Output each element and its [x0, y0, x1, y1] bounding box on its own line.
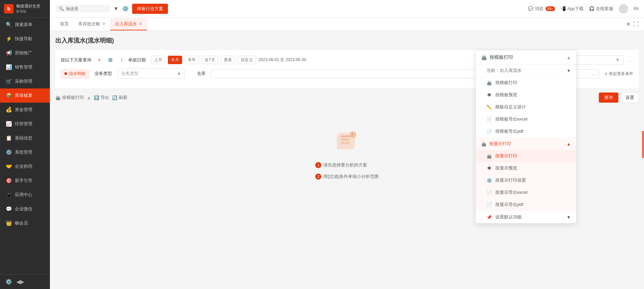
- display-preview-icon: 👁️: [487, 165, 492, 171]
- dropdown-footer-settings[interactable]: 📌 设置默认功能 ▼: [476, 211, 576, 223]
- dropdown-item-display-pdf[interactable]: 📄 按显示导出pdf: [476, 199, 576, 211]
- operations-icon: 📈: [5, 121, 12, 127]
- template-design-icon: ✏️: [487, 104, 492, 110]
- refresh-icon: 🔄: [112, 95, 117, 100]
- topbar-actions: 💬 消息 99+ 📲 App下载 🎧 在线客服 Rit: [528, 4, 639, 14]
- filter-tag-dot: [64, 72, 67, 75]
- bottom-collapse-icon[interactable]: ◀▶: [16, 279, 24, 285]
- sidebar-item-inventory[interactable]: 📦 库存核算: [0, 88, 50, 103]
- dropdown-header: 🖨️ 按模板打印 ▲: [476, 50, 576, 65]
- app-download-button[interactable]: 📲 App下载: [560, 6, 584, 12]
- sidebar-item-wechat[interactable]: 💬 企业微信: [0, 202, 50, 216]
- trial-button[interactable]: 体验行业方案: [132, 4, 168, 14]
- user-name: Rit: [634, 6, 639, 11]
- dropdown-item-template-print[interactable]: 🖨️ 按模板打印: [476, 77, 576, 89]
- page-content: 出入库流水(流水明细) 按以下方案查询 ＋ ⚙️ 《 单据日期 上月 本月 本年…: [50, 31, 644, 289]
- dropdown-close-chevron[interactable]: ▲: [566, 55, 571, 60]
- refresh-button[interactable]: 🔄 刷新: [112, 95, 127, 101]
- tab-close-all-icon[interactable]: ✕: [626, 21, 631, 27]
- print-template-button[interactable]: 🖨️ 按模板打印: [55, 95, 84, 101]
- sidebar-item-vip[interactable]: 👑 畅会员: [0, 216, 50, 230]
- dropdown-title: 🖨️ 按模板打印: [481, 54, 513, 60]
- sidebar-item-finance[interactable]: 💰 资金管理: [0, 103, 50, 117]
- filter-add-button[interactable]: ＋: [97, 56, 102, 63]
- collapse-more-button[interactable]: ∧ 收起更多条件: [605, 71, 633, 77]
- filter-settings-icon[interactable]: ⚙️: [108, 57, 113, 62]
- sales-icon: 📊: [5, 64, 12, 71]
- system-icon: ⚙️: [5, 149, 12, 156]
- sidebar-item-basics[interactable]: 📋 基础信息: [0, 131, 50, 145]
- sidebar-item-operations[interactable]: 📈 经营管理: [0, 117, 50, 131]
- sidebar-item-appstore[interactable]: 📱 应用中心: [0, 188, 50, 202]
- receipt-type-more-icon[interactable]: …: [629, 57, 633, 62]
- bottom-settings-icon[interactable]: ⚙️: [5, 279, 12, 285]
- date-btn-more[interactable]: 更多: [221, 56, 235, 64]
- collab-icon: 🤝: [5, 163, 12, 170]
- dropdown-print-icon: 🖨️: [481, 55, 487, 60]
- sidebar-item-search[interactable]: 🔍 搜索菜单: [0, 18, 50, 32]
- date-btn-this-month[interactable]: 本月: [168, 56, 182, 64]
- dropdown-item-template-design[interactable]: ✏️ 模板自定义设计: [476, 101, 576, 113]
- sidebar-item-sales[interactable]: 📊 销售管理: [0, 60, 50, 74]
- date-btn-custom[interactable]: 自定义: [238, 56, 256, 64]
- settings-button[interactable]: 设置: [621, 92, 639, 103]
- filter-tag-flow-detail[interactable]: 流水明细: [61, 69, 89, 78]
- guide-icon: 🎯: [5, 177, 12, 184]
- logo-text: 畅捷通好生意 标准版: [16, 3, 40, 14]
- template-excel-icon: 📄: [487, 116, 492, 122]
- sidebar-nav: 🔍 搜索菜单 ⚡ 快捷导航 📢 营销推广 📊 销售管理 🛒 采购管理 📦 库存核…: [0, 18, 50, 274]
- dropdown-display-section-header[interactable]: 🖨️ 按显示打印 ▲: [476, 138, 576, 150]
- filter-section-label: 按以下方案查询: [61, 57, 91, 63]
- date-btn-this-year[interactable]: 本年: [185, 56, 199, 64]
- search-icon: 🔍: [5, 21, 12, 28]
- export-button[interactable]: ⬆️ 导出: [94, 95, 109, 101]
- dropdown-item-display-preview[interactable]: 👁️ 按显示预览: [476, 162, 576, 174]
- sidebar-item-purchase[interactable]: 🛒 采购管理: [0, 74, 50, 88]
- tab-warehouse-flow[interactable]: 出入库流水 ✕: [110, 18, 147, 30]
- export-icon: ⬆️: [94, 95, 99, 100]
- sidebar-item-collab[interactable]: 🤝 企业协同: [0, 159, 50, 174]
- tab-warehouse-flow-close[interactable]: ✕: [139, 22, 142, 26]
- topbar-search-box[interactable]: 🔍: [55, 5, 110, 12]
- date-btn-last-month[interactable]: 上月: [151, 56, 165, 64]
- tab-inventory-batch-close[interactable]: ✕: [102, 22, 106, 26]
- template-print-icon: 🖨️: [487, 80, 492, 85]
- dropdown-item-display-print[interactable]: 🖨️ 按显示打印: [476, 150, 576, 162]
- topbar-gear-icon[interactable]: ⚙️: [122, 5, 129, 12]
- sidebar-item-quicknav[interactable]: ⚡ 快捷导航: [0, 32, 50, 46]
- dropdown-item-display-settings[interactable]: ⚙️ 按显示打印设置: [476, 174, 576, 186]
- date-btn-7days[interactable]: 近7天: [202, 56, 218, 64]
- topbar-settings-icon[interactable]: ▼: [113, 6, 119, 12]
- sidebar-item-system[interactable]: ⚙️ 系统管理: [0, 145, 50, 159]
- template-preview-icon: 👁️: [487, 92, 492, 98]
- dropdown-item-template-preview[interactable]: 👁️ 按模板预览: [476, 89, 576, 101]
- template-pdf-icon: 📄: [487, 129, 492, 134]
- tab-inventory-batch[interactable]: 库存批次账 ✕: [74, 18, 110, 30]
- finance-icon: 💰: [5, 106, 12, 113]
- online-service-button[interactable]: 🎧 在线客服: [589, 6, 613, 12]
- display-settings-icon: ⚙️: [487, 178, 492, 183]
- biz-type-select[interactable]: 业务类型 ▼: [117, 69, 185, 79]
- sidebar-item-guide[interactable]: 🎯 新手引导: [0, 174, 50, 188]
- dropdown-current-item[interactable]: 当前：出入库流水 ▼: [476, 65, 576, 76]
- warehouse-more-icon[interactable]: …: [591, 71, 595, 76]
- page-title: 出入库流水(流水明细): [55, 36, 639, 45]
- app-download-icon: 📲: [560, 6, 566, 11]
- dropdown-item-display-excel[interactable]: 📄 按显示导出excel: [476, 186, 576, 199]
- sidebar-item-marketing[interactable]: 📢 营销推广: [0, 46, 50, 60]
- sidebar-logo: b 畅捷通好生意 标准版: [0, 0, 50, 18]
- tab-home[interactable]: 首页: [55, 18, 74, 30]
- dropdown-item-template-pdf[interactable]: 📄 按模板导出pdf: [476, 125, 576, 137]
- print-up-icon: ▲: [87, 95, 91, 100]
- purchase-icon: 🛒: [5, 78, 12, 85]
- message-button[interactable]: 💬 消息 99+: [528, 6, 555, 12]
- query-button[interactable]: 查询: [599, 93, 618, 103]
- topbar-search-input[interactable]: [66, 6, 107, 11]
- empty-step-1: 1 请先选择要分析的方案: [315, 161, 378, 169]
- dropdown-item-template-excel[interactable]: 📄 按模板导出excel: [476, 113, 576, 125]
- filter-collapse-icon[interactable]: 《: [118, 57, 123, 63]
- svg-text:!: !: [352, 132, 353, 137]
- date-range-display: 2023-06-01 至 2023-06-30: [259, 57, 306, 63]
- user-avatar[interactable]: [619, 4, 628, 14]
- tab-expand-icon[interactable]: ⛶: [633, 21, 639, 27]
